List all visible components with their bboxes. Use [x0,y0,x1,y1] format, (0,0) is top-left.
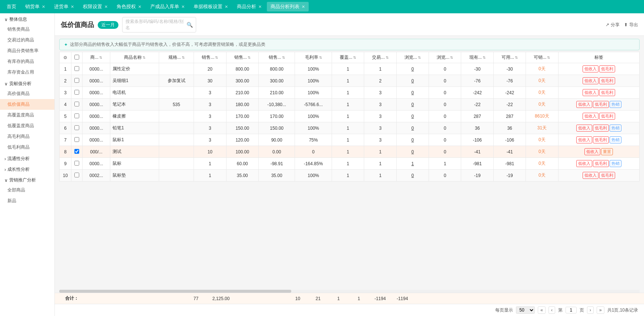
col-settings[interactable]: ⚙ [60,52,71,63]
sidebar-group-marketing[interactable]: ∨ 营销推广分析 [0,174,54,185]
cell-name[interactable]: 属性定价 [110,63,159,75]
scrollbar-thumb[interactable] [59,290,291,293]
cell-checkbox[interactable] [71,63,83,75]
cell-browse1[interactable]: 1 [396,158,429,170]
sidebar-item-high-coverage[interactable]: 高覆盖度商品 [0,110,54,120]
sidebar-item-stock-fund[interactable]: 库存资金占用 [0,67,54,78]
cell-name[interactable]: 电话机 [110,87,159,99]
sidebar-item-high-value[interactable]: 高价值商品 [0,88,54,99]
cell-browse1[interactable]: 0 [396,63,429,75]
sidebar-item-low-value[interactable]: 低价值商品 [0,99,54,110]
nav-permission-settings[interactable]: 权限设置 ✕ [79,2,111,11]
nav-sales-order[interactable]: 销货单 ✕ [21,2,49,11]
cell-name[interactable]: 橡皮擦 [110,111,159,122]
cell-browse1[interactable]: 0 [396,111,429,122]
nav-product-inbound[interactable]: 产成品入库单 ✕ [147,2,188,11]
sidebar-group-overall[interactable]: ∨ 整体信息 [0,13,54,24]
cell-browse1[interactable]: 0 [396,170,429,181]
col-checkbox[interactable] [71,52,83,63]
cell-browse1[interactable]: 0 [396,134,429,146]
page-number-input[interactable] [566,307,577,313]
row-checkbox[interactable] [74,78,79,83]
sidebar-item-sales-goods[interactable]: 销售类商品 [0,24,54,35]
nav-goods-analysis[interactable]: 商品分析 ✕ [233,2,265,11]
nav-close-sales-order[interactable]: ✕ [42,4,45,9]
cell-name[interactable]: 吴细细1 [110,75,159,87]
row-checkbox[interactable] [74,173,79,177]
nav-close-permission[interactable]: ✕ [104,4,108,9]
cell-browse1[interactable]: 0 [396,122,429,134]
row-checkbox[interactable] [74,113,79,118]
cell-browse1[interactable]: 0 [396,75,429,87]
sidebar-item-stock-goods[interactable]: 有库存的商品 [0,56,54,67]
cell-checkbox[interactable] [71,134,83,146]
nav-close-goods-analysis[interactable]: ✕ [258,4,262,9]
row-checkbox[interactable] [74,66,79,71]
nav-close-template[interactable]: ✕ [225,4,228,9]
page-size-select[interactable]: 50 100 200 [516,306,535,314]
row-checkbox[interactable] [74,102,79,106]
table-container[interactable]: ⚙ 商...⇅ 商品名称⇅ 规格...⇅ 销售...⇅ 销售...⇅ 销售...… [55,52,644,290]
row-checkbox[interactable] [74,161,79,166]
nav-close-product-inbound[interactable]: ✕ [181,4,185,9]
prev-page-button[interactable]: ‹ [549,306,555,314]
sidebar-item-new-goods[interactable]: 新品 [0,196,54,206]
chevron-right-icon: › [4,156,6,162]
cell-checkbox[interactable] [71,99,83,111]
sidebar-item-high-margin[interactable]: 高毛利商品 [0,131,54,142]
export-button[interactable]: ⬆ 导出 [624,22,638,28]
cell-checkbox[interactable] [71,75,83,87]
nav-close-role-auth[interactable]: ✕ [138,4,141,9]
cell-checkbox[interactable] [71,111,83,122]
nav-goods-analysis-list[interactable]: 商品分析列表 ✕ [267,2,309,11]
nav-close-goods-list[interactable]: ✕ [302,4,305,9]
sidebar-item-all-goods[interactable]: 全部商品 [0,185,54,196]
cell-browse2: 0 [429,122,461,134]
row-checkbox[interactable] [74,125,79,130]
cell-name[interactable]: 测试 [110,146,159,158]
row-checkbox[interactable] [74,149,79,154]
sidebar-group-growth[interactable]: › 成长性分析 [0,163,54,174]
sidebar-group-circulation[interactable]: › 流通性分析 [0,153,54,163]
cell-checkbox[interactable] [71,158,83,170]
cell-name[interactable]: 鼠标垫 [110,170,159,181]
cell-current: 36 [461,122,493,134]
nav-purchase-order[interactable]: 进货单 ✕ [50,2,78,11]
cell-gross: 100% [295,122,332,134]
search-icon[interactable]: 🔍 [187,22,193,28]
cell-browse1[interactable]: 0 [396,87,429,99]
cell-checkbox[interactable] [71,146,83,158]
cell-checkbox[interactable] [71,87,83,99]
nav-close-purchase-order[interactable]: ✕ [71,4,74,9]
cell-checkbox[interactable] [71,170,83,181]
select-all-checkbox[interactable] [74,55,79,60]
row-checkbox[interactable] [74,90,79,95]
nav-home[interactable]: 首页 [3,2,20,11]
cell-gross: -164.85% [295,158,332,170]
filter-recent-month-button[interactable]: 近一月 [98,21,118,29]
search-box[interactable]: 搜索条形码/编码/名称/规格/别名 🔍 [122,17,196,33]
sidebar-item-category-rate[interactable]: 商品分类销售率 [0,45,54,56]
horizontal-scrollbar[interactable] [59,290,640,293]
settings-icon[interactable]: ⚙ [63,55,67,60]
cell-name[interactable]: 鼠标 [110,158,159,170]
sidebar-group-contribution[interactable]: ∨ 贡献值分析 [0,78,54,88]
nav-role-auth[interactable]: 角色授权 ✕ [113,2,145,11]
cell-browse1[interactable]: 0 [396,146,429,158]
sidebar-item-low-coverage[interactable]: 低覆盖度商品 [0,120,54,131]
cell-name[interactable]: 笔记本 [110,99,159,111]
last-page-button[interactable]: » [597,306,604,314]
cell-name[interactable]: 铅笔1 [110,122,159,134]
cell-checkbox[interactable] [71,122,83,134]
next-page-button[interactable]: › [587,306,594,314]
share-button[interactable]: ↗ 分享 [606,22,620,28]
sidebar-item-low-margin[interactable]: 低毛利商品 [0,142,54,153]
cell-name[interactable]: 鼠标1 [110,134,159,146]
first-page-button[interactable]: « [538,306,546,314]
row-checkbox[interactable] [74,137,79,142]
sidebar-item-traded-goods[interactable]: 交易过的商品 [0,35,54,45]
cell-browse1[interactable]: 0 [396,99,429,111]
nav-template-settings[interactable]: 单据模板设置 ✕ [190,2,232,11]
cell-cover: 1 [332,99,364,111]
cell-saleable: 0天 [526,87,558,99]
